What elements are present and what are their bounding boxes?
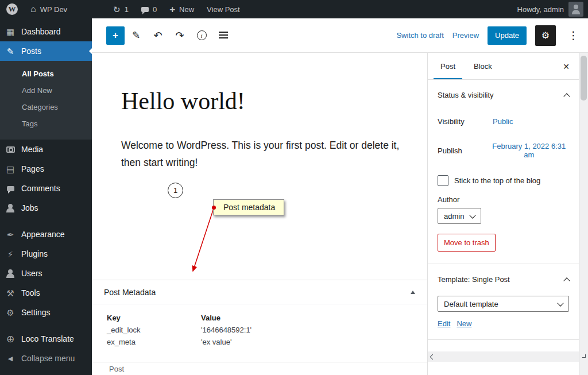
sidebar-item-loco-translate[interactable]: Loco Translate [0, 329, 92, 349]
sticky-checkbox[interactable] [438, 175, 448, 186]
collapse-arrow-icon [5, 355, 16, 362]
chevron-down-icon [557, 300, 563, 306]
author-label: Author [438, 195, 569, 204]
editor-toolbar-right: Switch to draft Preview Update [396, 25, 582, 46]
tab-block[interactable]: Block [465, 53, 501, 79]
sidebar-item-settings[interactable]: Settings [0, 303, 92, 322]
scroll-left-icon[interactable] [430, 354, 436, 359]
status-visibility-header[interactable]: Status & visibility [428, 80, 579, 110]
sidebar-item-users[interactable]: Users [0, 264, 92, 283]
sidebar-item-appearance[interactable]: Appearance [0, 225, 92, 244]
kebab-icon [568, 30, 579, 41]
appearance-icon [5, 230, 16, 239]
info-icon [197, 30, 207, 40]
sidebar-item-pages[interactable]: Pages [0, 159, 92, 179]
plus-icon [113, 30, 118, 40]
site-name-menu[interactable]: WP Dev [24, 0, 74, 18]
move-to-trash-button[interactable]: Move to trash [438, 234, 496, 252]
submenu-item-tags[interactable]: Tags [0, 115, 92, 132]
new-content-menu[interactable]: New [163, 0, 200, 18]
sidebar-item-tools[interactable]: Tools [0, 283, 92, 303]
users-icon [5, 268, 16, 279]
metabox-table-header: Key Value [107, 312, 412, 324]
sticky-label: Stick to the top of the blog [454, 176, 540, 185]
account-menu[interactable]: Howdy, admin [517, 0, 588, 18]
template-new-link[interactable]: New [457, 319, 471, 328]
pages-icon [5, 165, 16, 173]
updates-menu[interactable]: 1 [107, 0, 135, 18]
submenu-item-categories[interactable]: Categories [0, 99, 92, 115]
collapse-menu-button[interactable]: Collapse menu [0, 349, 92, 368]
wordpress-logo-icon: W [6, 3, 18, 15]
menu-label: Tools [21, 288, 40, 297]
metabox-header[interactable]: Post Metadata [92, 280, 427, 304]
menu-label: Loco Translate [21, 334, 74, 343]
list-view-button[interactable] [213, 25, 234, 46]
template-edit-link[interactable]: Edit [438, 319, 450, 328]
template-section: Template: Single Post Default template E… [428, 264, 579, 339]
switch-to-draft-button[interactable]: Switch to draft [396, 31, 443, 40]
submenu-item-add-new[interactable]: Add New [0, 82, 92, 99]
site-name: WP Dev [40, 5, 67, 14]
comments-count: 0 [153, 5, 157, 14]
plugins-icon [5, 250, 16, 258]
submenu-item-all-posts[interactable]: All Posts [0, 65, 92, 82]
metabox-table: Key Value _edit_lock '1646648592:1' ex_m… [92, 304, 427, 355]
tab-post[interactable]: Post [431, 53, 465, 79]
post-metadata-metabox: Post Metadata Key Value _edit_lock '1646… [92, 280, 427, 355]
sticky-row: Stick to the top of the blog [438, 175, 569, 186]
annotation-number-text: 1 [173, 186, 177, 195]
scroll-down-button[interactable] [579, 351, 588, 362]
dashboard-icon [5, 28, 16, 36]
home-icon [30, 5, 36, 14]
visibility-value-button[interactable]: Public [493, 117, 513, 126]
gear-icon [541, 31, 550, 40]
new-label: New [179, 5, 194, 14]
comments-menu[interactable]: 0 [135, 0, 163, 18]
preview-button[interactable]: Preview [452, 31, 479, 40]
sidebar-item-comments[interactable]: Comments [0, 179, 92, 198]
edit-mode-button[interactable] [126, 25, 146, 46]
breadcrumb[interactable]: Post [109, 365, 124, 373]
view-post-link[interactable]: View Post [200, 0, 246, 18]
publish-date-button[interactable]: February 1, 2022 6:31 am [489, 142, 569, 159]
sidebar-item-posts[interactable]: Posts [0, 41, 92, 61]
vertical-scrollbar[interactable] [579, 53, 588, 375]
sidebar-item-jobs[interactable]: Jobs [0, 198, 92, 218]
details-button[interactable] [191, 25, 212, 46]
sidebar-item-media[interactable]: Media [0, 140, 92, 159]
sidebar-item-plugins[interactable]: Plugins [0, 244, 92, 264]
table-row: ex_meta 'ex value' [107, 336, 412, 348]
post-title[interactable]: Hello world! [121, 87, 245, 115]
plus-icon [169, 5, 175, 14]
column-key: Key [107, 312, 201, 324]
redo-button[interactable] [169, 25, 190, 46]
list-view-icon [219, 32, 228, 39]
undo-button[interactable] [148, 25, 168, 46]
collapse-toggle-icon[interactable] [411, 291, 415, 294]
settings-tabs: Post Block [428, 53, 579, 80]
close-icon [563, 63, 570, 71]
settings-panel-toggle[interactable] [535, 25, 556, 46]
menu-label: Jobs [21, 203, 38, 212]
close-settings-button[interactable] [559, 59, 574, 74]
meta-key: ex_meta [107, 336, 201, 348]
section-title: Status & visibility [438, 91, 494, 99]
block-inserter-button[interactable] [106, 26, 125, 45]
scrollbar-thumb[interactable] [581, 56, 587, 100]
table-row: _edit_lock '1646648592:1' [107, 324, 412, 336]
horizontal-scrollbar[interactable] [428, 351, 579, 362]
template-select[interactable]: Default template [438, 296, 569, 312]
update-button[interactable]: Update [488, 26, 527, 45]
template-links: Edit New [428, 319, 579, 339]
template-header[interactable]: Template: Single Post [428, 264, 579, 295]
sidebar-item-dashboard[interactable]: Dashboard [0, 22, 92, 41]
updates-count: 1 [125, 5, 129, 14]
post-paragraph[interactable]: Welcome to WordPress. This is your first… [121, 137, 401, 171]
options-menu-button[interactable] [564, 28, 582, 43]
wordpress-logo-menu[interactable]: W [0, 0, 24, 18]
publish-label: Publish [438, 146, 489, 155]
admin-bar: W WP Dev 1 0 New View Post Howdy, admin [0, 0, 588, 18]
author-select[interactable]: admin [438, 208, 481, 224]
settings-sidebar: Post Block Status & visibility Visibilit… [427, 53, 579, 375]
